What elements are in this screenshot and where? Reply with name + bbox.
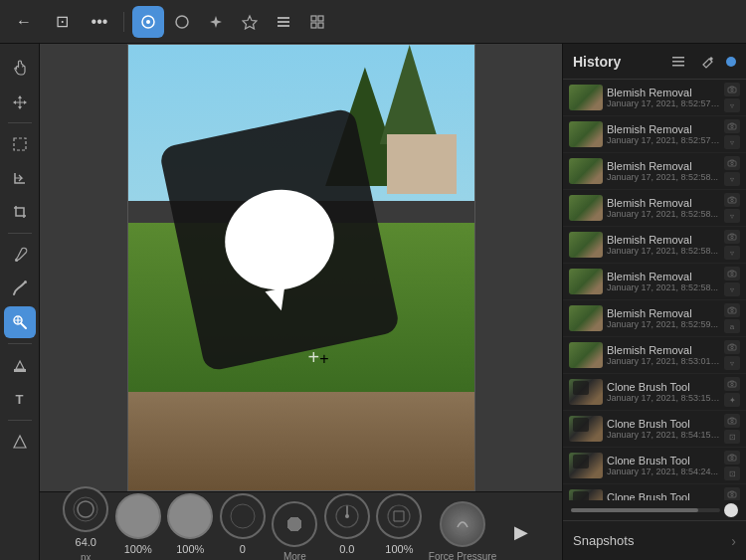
- history-item[interactable]: Blemish Removal January 17, 2021, 8:52:5…: [563, 264, 746, 300]
- svg-rect-10: [318, 23, 323, 28]
- history-item-name: Clone Brush Tool: [607, 455, 720, 467]
- scale-value: 100%: [385, 543, 413, 555]
- history-item[interactable]: Blemish Removal January 17, 2021, 8:53:0…: [563, 337, 746, 374]
- eyedrop-tool[interactable]: [4, 239, 36, 271]
- paint-tool[interactable]: [4, 273, 36, 304]
- history-text: Clone Brush Tool January 17, 2021, 8:54:…: [607, 455, 720, 476]
- svg-rect-26: [672, 65, 684, 67]
- width-value: 64.0: [76, 536, 96, 548]
- crop-tool[interactable]: [4, 196, 36, 228]
- svg-point-22: [388, 505, 410, 527]
- svg-point-28: [731, 89, 733, 91]
- svg-point-44: [731, 383, 733, 385]
- grid-tool-btn[interactable]: [301, 6, 333, 38]
- more-circle[interactable]: [272, 501, 317, 547]
- move-tool[interactable]: [4, 86, 36, 117]
- svg-point-46: [731, 420, 733, 422]
- history-item-date: January 17, 2021, 8:53:01 AM: [607, 356, 720, 366]
- history-text: Blemish Removal January 17, 2021, 8:52:5…: [607, 234, 720, 256]
- width-circle[interactable]: [63, 486, 108, 532]
- history-item-icons: ▿: [724, 230, 740, 260]
- progress-bar-track: [571, 508, 720, 512]
- hand-tool[interactable]: [4, 52, 36, 84]
- more-icon: •••: [92, 13, 108, 31]
- progress-dot[interactable]: [724, 503, 738, 517]
- history-item[interactable]: Blemish Removal January 17, 2021, 8:52:5…: [563, 300, 746, 337]
- back-button[interactable]: ←: [8, 6, 40, 38]
- svg-rect-47: [728, 456, 736, 461]
- scale-circle[interactable]: [376, 493, 422, 539]
- history-item[interactable]: Blemish Removal January 17, 2021, 8:52:5…: [563, 80, 746, 116]
- opacity-control: 100% Opacity: [115, 493, 161, 560]
- history-item-date: January 17, 2021, 8:52:58...: [607, 282, 720, 292]
- svg-rect-41: [728, 345, 736, 350]
- snapshots-footer[interactable]: Snapshots ›: [563, 520, 746, 560]
- panel-list-btn[interactable]: [666, 50, 690, 74]
- clone-tool[interactable]: [4, 306, 36, 338]
- history-text: Clone Brush Tool January 17, 2021, 8:53:…: [607, 381, 720, 403]
- opacity-circle[interactable]: [115, 493, 161, 539]
- rotation-value: 0.0: [339, 543, 354, 555]
- bars-tool-btn[interactable]: [268, 6, 299, 38]
- history-side-icon: ▿: [724, 135, 740, 149]
- canvas-container[interactable]: +: [40, 44, 562, 491]
- play-button[interactable]: ▶: [503, 514, 539, 550]
- flow-circle[interactable]: [167, 493, 213, 539]
- history-text: Blemish Removal January 17, 2021, 8:52:5…: [607, 271, 720, 292]
- pressure-control: Force Pressure: [429, 501, 496, 560]
- circle-icon: [174, 14, 190, 30]
- history-side-icon: ▿: [724, 209, 740, 223]
- history-item[interactable]: Blemish Removal January 17, 2021, 8:52:5…: [563, 227, 746, 264]
- history-item[interactable]: Clone Brush Tool January 17, 2021, 8:54:…: [563, 484, 746, 500]
- history-item-icons: ▿: [724, 83, 740, 112]
- magic-tool-btn[interactable]: [200, 6, 232, 38]
- svg-marker-3: [243, 16, 257, 29]
- history-item[interactable]: Blemish Removal January 17, 2021, 8:52:5…: [563, 190, 746, 227]
- history-item-name: Blemish Removal: [607, 87, 720, 98]
- history-side-icon: ▿: [724, 282, 740, 296]
- history-thumb: [569, 489, 603, 500]
- panel-header: History: [563, 44, 746, 80]
- history-item[interactable]: Blemish Removal January 17, 2021, 8:52:5…: [563, 153, 746, 190]
- brush-tool-btn[interactable]: [132, 6, 164, 38]
- history-item[interactable]: Clone Brush Tool January 17, 2021, 8:54:…: [563, 448, 746, 484]
- svg-point-17: [78, 501, 93, 517]
- svg-point-36: [731, 236, 733, 238]
- document-button[interactable]: ⊡: [46, 6, 78, 38]
- history-thumb: [569, 232, 603, 258]
- shape-tool[interactable]: [4, 426, 36, 458]
- history-item-icons: ⊡: [724, 451, 740, 480]
- panel-edit-btn[interactable]: [696, 50, 720, 74]
- select-tool[interactable]: [4, 128, 36, 160]
- opacity-value: 100%: [124, 543, 152, 555]
- text-tool[interactable]: T: [4, 383, 36, 415]
- shape-icon: [12, 434, 28, 450]
- canvas-image: +: [127, 44, 475, 491]
- rotation-circle[interactable]: [324, 493, 370, 539]
- circle-tool-btn[interactable]: [166, 6, 198, 38]
- history-item[interactable]: Clone Brush Tool January 17, 2021, 8:54:…: [563, 411, 746, 448]
- history-item-name: Clone Brush Tool: [607, 418, 720, 430]
- history-item[interactable]: Clone Brush Tool January 17, 2021, 8:53:…: [563, 374, 746, 411]
- hardness-circle[interactable]: [220, 493, 266, 539]
- clone-icon: [12, 314, 28, 330]
- history-text: Clone Brush Tool January 17, 2021, 8:54:…: [607, 491, 720, 500]
- top-bar: ← ⊡ •••: [0, 0, 746, 44]
- history-item-date: January 17, 2021, 8:52:59...: [607, 319, 720, 329]
- history-text: Blemish Removal January 17, 2021, 8:52:5…: [607, 87, 720, 108]
- more-button[interactable]: •••: [84, 6, 115, 38]
- pressure-circle[interactable]: [440, 501, 485, 547]
- svg-point-1: [146, 20, 150, 24]
- history-item[interactable]: Blemish Removal January 17, 2021, 8:52:5…: [563, 116, 746, 153]
- history-side-icon: ✦: [724, 393, 740, 407]
- pressure-label: Force Pressure: [429, 551, 496, 560]
- history-text: Blemish Removal January 17, 2021, 8:52:5…: [607, 123, 720, 145]
- fill-tool[interactable]: [4, 349, 36, 381]
- history-thumb: [569, 342, 603, 368]
- star-tool-btn[interactable]: [234, 6, 266, 38]
- toolbar-separator: [8, 122, 32, 123]
- history-item-name: Blemish Removal: [607, 234, 720, 246]
- transform-tool[interactable]: [4, 162, 36, 194]
- history-camera-icon: [724, 340, 740, 354]
- history-item-name: Blemish Removal: [607, 271, 720, 282]
